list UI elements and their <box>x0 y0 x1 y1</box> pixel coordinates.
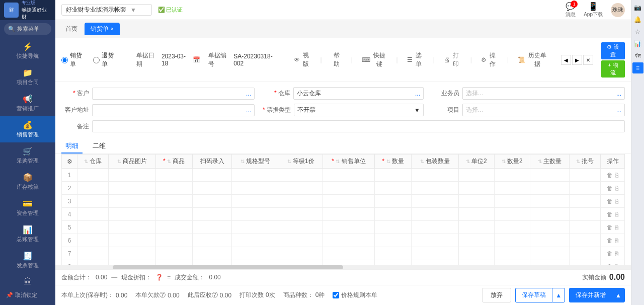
row-delete-button[interactable]: 🗑 <box>607 185 613 192</box>
row-copy-button[interactable]: ⎘ <box>615 237 618 244</box>
home-tab[interactable]: 首页 <box>59 23 84 35</box>
row-delete-button[interactable]: 🗑 <box>607 237 613 244</box>
staff-input[interactable]: 选择... ... <box>462 87 625 100</box>
staff-label: 业务员 <box>432 89 459 98</box>
row-copy-button[interactable]: ⎘ <box>615 250 618 257</box>
row-delete-button[interactable]: 🗑 <box>607 172 613 179</box>
row-copy-button[interactable]: ⎘ <box>615 211 618 218</box>
right-icon-chart[interactable]: 📊 <box>632 38 643 49</box>
right-icon-bell[interactable]: 🔔 <box>632 14 643 25</box>
sales-order-tab[interactable]: 销货单 × <box>85 23 120 35</box>
view-button[interactable]: 👁 视版 <box>289 50 316 70</box>
scrollbar-thumb[interactable] <box>113 265 343 269</box>
message-button[interactable]: 💬 1 消息 <box>566 2 576 18</box>
warehouse-dots[interactable]: ... <box>415 90 420 97</box>
horizontal-scrollbar[interactable] <box>55 265 631 269</box>
price-check-checkbox[interactable]: 价格规则本单 <box>333 291 377 299</box>
purchase-icon: 🛒 <box>23 146 33 156</box>
sidebar-item-accounting[interactable]: 📊 总账管理 <box>0 221 55 247</box>
sidebar-item-invoice[interactable]: 🧾 发票管理 <box>0 247 55 273</box>
remark-input[interactable] <box>92 120 625 132</box>
settings-column-header[interactable]: ⚙ <box>62 155 77 169</box>
save-new-button[interactable]: 保存并新增 <box>569 288 612 302</box>
sidebar-item-quick-nav[interactable]: ⚡ 快捷导航 <box>0 38 55 64</box>
main-area: 好业财专业版演示帐套 ▼ ✅ 已认证 💬 1 消息 📱 App下载 珠珠 首页 <box>55 0 631 305</box>
image-column-header: ⇅ 商品图片 <box>109 155 155 169</box>
address-dots[interactable]: ... <box>246 107 251 114</box>
sidebar-item-inventory[interactable]: 📦 库存核算 <box>0 169 55 195</box>
table-row[interactable]: 1 🗑 ⎘ <box>62 169 625 182</box>
table-row[interactable]: 5 🗑 ⎘ <box>62 221 625 234</box>
cancel-fixed-button[interactable]: 📌 取消锁定 <box>4 289 51 301</box>
operate-button[interactable]: ⚙ 操作 <box>476 50 503 70</box>
address-input[interactable]: ... <box>92 104 255 116</box>
sort-icon: ⇅ <box>336 159 340 164</box>
calendar-icon[interactable]: 📅 <box>193 56 200 63</box>
row-delete-button[interactable]: 🗑 <box>607 211 613 218</box>
sidebar-item-tax[interactable]: 🏛 税务管理 <box>0 273 55 285</box>
tab-close-button[interactable]: × <box>111 26 114 32</box>
return-order-radio[interactable]: 退货单 <box>93 51 119 68</box>
right-icon-map[interactable]: 🗺 <box>632 50 643 61</box>
sidebar-item-sales[interactable]: 💰 销售管理 <box>0 116 55 142</box>
sales-order-radio[interactable]: 销货单 <box>61 51 87 68</box>
table-row[interactable]: 8 🗑 ⎘ <box>62 260 625 266</box>
row-delete-button[interactable]: 🗑 <box>607 250 613 257</box>
search-menu-button[interactable]: 🔍 搜索菜单 <box>4 23 51 35</box>
right-icon-camera[interactable]: 📷 <box>632 2 643 13</box>
project-input[interactable]: 选择... ... <box>462 104 625 116</box>
ellipsis-dots[interactable]: ... <box>246 90 251 97</box>
detail-tab[interactable]: 明细 <box>61 139 83 154</box>
setup-button[interactable]: ⚙ 设置 <box>601 42 625 59</box>
user-avatar[interactable]: 珠珠 <box>611 3 625 17</box>
save-new-dropdown-button[interactable]: ▲ <box>612 288 625 302</box>
sidebar-item-marketing[interactable]: 📢 营销推广 <box>0 90 55 116</box>
row-copy-button[interactable]: ⎘ <box>615 172 618 179</box>
help-button[interactable]: 帮助 <box>326 50 347 70</box>
sidebar-search[interactable]: 🔍 搜索菜单 <box>0 20 55 38</box>
customer-input[interactable]: ... <box>92 88 255 100</box>
row-copy-button[interactable]: ⎘ <box>615 185 618 192</box>
prev-button[interactable]: ◀ <box>561 55 571 65</box>
table-row[interactable]: 3 🗑 ⎘ <box>62 195 625 208</box>
app-download-button[interactable]: 📱 App下载 <box>584 2 603 18</box>
two-d-tab[interactable]: 二维 <box>89 139 110 154</box>
date-value[interactable]: 2023-03-18 <box>162 53 191 67</box>
right-icon-active[interactable]: ≡ <box>632 62 643 73</box>
sidebar-item-project[interactable]: 📁 项目合同 <box>0 64 55 90</box>
project-dots[interactable]: ... <box>616 107 621 114</box>
history-button[interactable]: 📜 历史单据 <box>513 50 553 70</box>
order-number-value[interactable]: SA-20230318-002 <box>233 53 280 67</box>
table-row[interactable]: 6 🗑 ⎘ <box>62 234 625 247</box>
save-draft-button[interactable]: 保存草稿 <box>515 288 552 302</box>
invoice-select[interactable]: 不开票 ▼ <box>294 104 424 116</box>
company-selector[interactable]: 好业财专业版演示帐套 ▼ <box>61 4 152 16</box>
help-icon[interactable]: ❓ <box>155 274 163 281</box>
row-copy-button[interactable]: ⎘ <box>615 224 618 231</box>
table-row[interactable]: 2 🗑 ⎘ <box>62 182 625 195</box>
warehouse-input[interactable]: 小云仓库 ... <box>293 87 424 100</box>
next-button[interactable]: ▶ <box>572 55 582 65</box>
abandon-button[interactable]: 放弃 <box>482 288 511 302</box>
print-count-item: 打印次数 0次 <box>239 291 275 299</box>
right-icon-star[interactable]: ☆ <box>632 26 643 37</box>
table-row[interactable]: 7 🗑 ⎘ <box>62 247 625 260</box>
add-row-button[interactable]: + 物流 <box>601 60 625 78</box>
row-copy-button[interactable]: ⎘ <box>615 198 618 205</box>
select-button[interactable]: ☰ 选单 <box>402 50 429 70</box>
staff-dots[interactable]: ... <box>616 90 621 97</box>
close-form-button[interactable]: ✕ <box>583 55 593 65</box>
invoice-field: * 票据类型 不开票 ▼ <box>263 104 424 116</box>
tax-icon: 🏛 <box>24 277 32 285</box>
form-meta: 单据日期 2023-03-18 📅 单据编号 SA-20230318-002 <box>136 51 280 68</box>
actual-amount-area: 实销金额 0.00 <box>582 273 625 282</box>
row-delete-button[interactable]: 🗑 <box>607 198 613 205</box>
print-button[interactable]: 🖨 打印 <box>439 50 466 70</box>
shortcut-button[interactable]: ⌨ 快捷键 <box>357 50 392 70</box>
row-delete-button[interactable]: 🗑 <box>607 224 613 231</box>
sidebar-item-purchase[interactable]: 🛒 采购管理 <box>0 142 55 169</box>
shortcut-label: 快捷键 <box>371 51 387 68</box>
save-draft-dropdown-button[interactable]: ▲ <box>552 288 565 302</box>
table-row[interactable]: 4 🗑 ⎘ <box>62 208 625 221</box>
sidebar-item-finance[interactable]: 💳 资金管理 <box>0 195 55 221</box>
